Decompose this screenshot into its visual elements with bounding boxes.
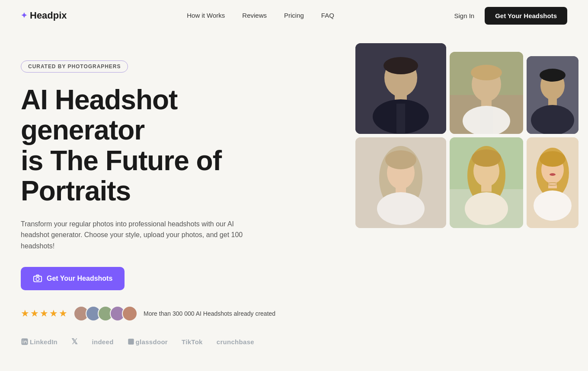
hero-cta-label: Get Your Headshots <box>47 275 112 282</box>
nav-cta-button[interactable]: Get Your Headshots <box>485 7 567 25</box>
nav-faq[interactable]: FAQ <box>321 12 334 19</box>
hero-title-line2: is The Future of Portraits <box>21 145 221 206</box>
nav-right: Sign In Get Your Headshots <box>454 7 567 25</box>
hero-left: CURATED BY PHOTOGRAPHERS AI Headshot gen… <box>21 52 306 346</box>
logo-star: ✦ <box>21 11 27 20</box>
navbar: ✦ Headpix How it Works Reviews Pricing F… <box>0 0 588 31</box>
brand-glassdoor: glassdoor <box>128 338 168 346</box>
logo-text: Headpix <box>30 10 67 21</box>
hero-title-line1: AI Headshot generator <box>21 84 177 146</box>
svg-rect-35 <box>481 184 492 192</box>
star-3: ★ <box>40 308 48 319</box>
hero-title: AI Headshot generator is The Future of P… <box>21 85 306 206</box>
svg-point-44 <box>550 173 556 176</box>
logo[interactable]: ✦ Headpix <box>21 10 67 21</box>
nav-links: How it Works Reviews Pricing FAQ <box>187 12 334 19</box>
photo-man-2 <box>450 52 523 134</box>
star-1: ★ <box>21 308 29 319</box>
svg-point-36 <box>465 192 508 225</box>
svg-point-40 <box>540 151 566 167</box>
photo-woman-3 <box>527 137 578 228</box>
star-rating: ★ ★ ★ ★ ★ <box>21 308 67 319</box>
hero-subtitle: Transform your regular photos into profe… <box>21 219 254 252</box>
brand-tiktok: TikTok <box>182 338 203 346</box>
photo-woman-1-image <box>355 137 446 228</box>
hero-section: CURATED BY PHOTOGRAPHERS AI Headshot gen… <box>0 31 588 364</box>
svg-point-14 <box>471 65 502 80</box>
camera-icon <box>33 274 42 283</box>
svg-point-27 <box>385 150 416 169</box>
sign-in-button[interactable]: Sign In <box>454 12 474 19</box>
star-4: ★ <box>49 308 58 319</box>
svg-point-6 <box>383 57 418 74</box>
hero-photo-grid <box>355 43 567 228</box>
brand-indeed: indeed <box>92 338 113 346</box>
brand-logos: LinkedIn 𝕏 indeed glassdoor TikTok crunc… <box>21 337 306 346</box>
svg-point-42 <box>534 190 572 221</box>
svg-point-34 <box>472 149 501 167</box>
photo-woman-3-image <box>527 137 578 228</box>
proof-text: More than 300 000 AI Headshots already c… <box>144 310 275 317</box>
photo-man-3 <box>527 56 578 134</box>
svg-point-1 <box>36 278 39 281</box>
photo-woman-1 <box>355 137 446 228</box>
avatar-5 <box>122 306 137 321</box>
curated-badge: CURATED BY PHOTOGRAPHERS <box>21 60 128 73</box>
brand-linkedin: LinkedIn <box>21 338 58 346</box>
star-2: ★ <box>30 308 39 319</box>
brand-crunchbase: crunchbase <box>217 338 254 346</box>
photo-woman-2 <box>450 137 523 228</box>
hero-cta-button[interactable]: Get Your Headshots <box>21 267 125 290</box>
nav-how-it-works[interactable]: How it Works <box>187 12 225 19</box>
social-proof: ★ ★ ★ ★ ★ More than 300 000 AI Headshots… <box>21 306 306 321</box>
photo-collage <box>355 43 567 228</box>
svg-point-29 <box>377 192 425 225</box>
nav-reviews[interactable]: Reviews <box>242 12 267 19</box>
svg-rect-21 <box>548 98 557 105</box>
svg-rect-9 <box>396 104 405 134</box>
photo-man-3-image <box>527 56 578 134</box>
photo-woman-2-image <box>450 137 523 228</box>
photo-man-2-image <box>450 52 523 134</box>
photo-man-1 <box>355 43 446 134</box>
photo-man-1-image <box>355 43 446 134</box>
svg-rect-17 <box>480 107 493 134</box>
svg-point-22 <box>531 105 574 134</box>
brand-x: 𝕏 <box>71 337 78 346</box>
nav-pricing[interactable]: Pricing <box>284 12 304 19</box>
svg-point-20 <box>540 69 566 82</box>
svg-rect-3 <box>128 339 134 345</box>
star-5: ★ <box>59 308 67 319</box>
avatar-group <box>74 306 137 321</box>
